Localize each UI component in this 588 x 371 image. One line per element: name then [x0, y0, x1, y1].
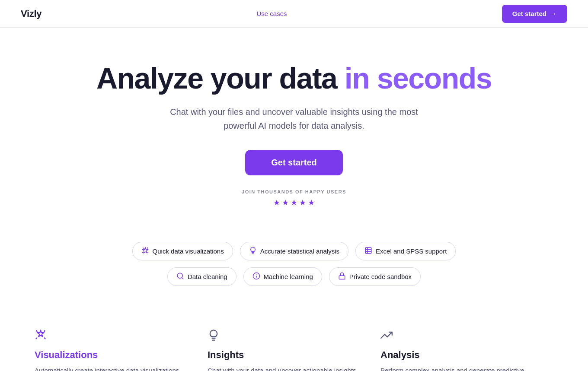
feature-analysis-title: Analysis: [380, 349, 543, 361]
hero-subtitle: Chat with your files and uncover valuabl…: [156, 105, 432, 133]
pills-row-2: Data cleaning Machine learning Private c…: [167, 267, 421, 286]
pill-quick-visualizations-label: Quick data visualizations: [153, 247, 224, 255]
logo: Vizly: [21, 8, 42, 19]
pill-data-cleaning: Data cleaning: [167, 267, 236, 286]
feature-insights-title: Insights: [208, 349, 370, 361]
feature-insights: Insights Chat with your data and uncover…: [208, 329, 380, 371]
search-icon: [176, 272, 184, 281]
hero-section: Analyze your data in seconds Chat with y…: [0, 28, 588, 225]
svg-rect-3: [339, 276, 345, 279]
star-3: ★: [291, 198, 297, 207]
pill-excel-spss: Excel and SPSS support: [355, 242, 456, 260]
pill-statistical-analysis: Accurate statistical analysis: [240, 242, 348, 260]
features-section: Visualizations Automatically create inte…: [0, 303, 588, 371]
pills-row-1: Quick data visualizations Accurate stati…: [132, 242, 456, 260]
feature-visualizations-icon: [35, 329, 197, 344]
svg-rect-0: [365, 247, 371, 254]
pill-data-cleaning-label: Data cleaning: [188, 273, 227, 280]
pill-machine-learning: Machine learning: [243, 267, 322, 286]
table-icon: [364, 247, 372, 256]
feature-analysis-description: Perform complex analysis and generate pr…: [380, 366, 543, 371]
info-icon: [252, 272, 260, 281]
feature-analysis: Analysis Perform complex analysis and ge…: [380, 329, 553, 371]
sparkle-icon: [141, 247, 149, 256]
bulb-icon: [249, 247, 257, 256]
nav-links: Use cases: [257, 10, 287, 17]
feature-visualizations: Visualizations Automatically create inte…: [35, 329, 208, 371]
hero-get-started-button[interactable]: Get started: [245, 150, 343, 175]
feature-pills: Quick data visualizations Accurate stati…: [0, 242, 588, 286]
feature-analysis-icon: [380, 329, 543, 344]
nav-cta-arrow: →: [550, 10, 557, 18]
feature-insights-icon: [208, 329, 370, 344]
pill-statistical-analysis-label: Accurate statistical analysis: [260, 247, 339, 255]
hero-title: Analyze your data in seconds: [96, 62, 492, 95]
navbar: Vizly Use cases Get started →: [0, 0, 588, 28]
pill-quick-visualizations: Quick data visualizations: [132, 242, 233, 260]
star-5: ★: [308, 198, 315, 207]
social-proof-label: JOIN THOUSANDS OF HAPPY USERS: [242, 189, 346, 194]
star-1: ★: [273, 198, 280, 207]
hero-title-accent: in seconds: [345, 62, 492, 95]
feature-visualizations-description: Automatically create interactive data vi…: [35, 366, 197, 371]
pill-private-sandbox: Private code sandbox: [329, 267, 421, 286]
star-4: ★: [299, 198, 306, 207]
pill-machine-learning-label: Machine learning: [264, 273, 313, 280]
star-2: ★: [282, 198, 289, 207]
lock-icon: [338, 272, 346, 281]
nav-get-started-button[interactable]: Get started →: [502, 5, 567, 23]
social-proof: JOIN THOUSANDS OF HAPPY USERS ★ ★ ★ ★ ★: [242, 189, 346, 207]
feature-visualizations-title: Visualizations: [35, 349, 197, 361]
stars-row: ★ ★ ★ ★ ★: [273, 198, 315, 207]
feature-insights-description: Chat with your data and uncover actionab…: [208, 366, 370, 371]
nav-link-use-cases[interactable]: Use cases: [257, 10, 287, 17]
pill-private-sandbox-label: Private code sandbox: [349, 273, 412, 280]
pill-excel-spss-label: Excel and SPSS support: [376, 247, 447, 255]
